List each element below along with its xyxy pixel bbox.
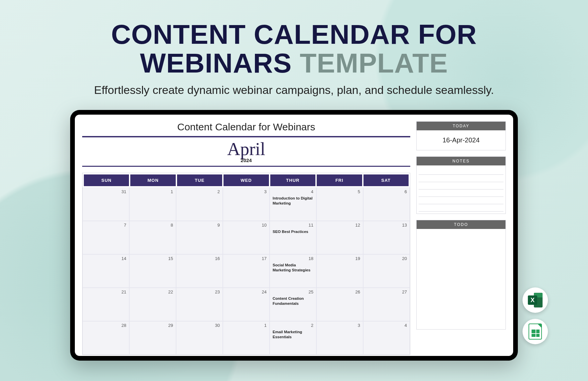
calendar-cell[interactable]: 1 (129, 187, 176, 221)
cell-number: 2 (217, 189, 220, 194)
note-line (419, 197, 503, 204)
cell-number: 30 (215, 323, 220, 328)
cell-number: 16 (215, 256, 220, 261)
divider (82, 136, 410, 137)
calendar-cell[interactable]: 2 (176, 187, 223, 221)
day-header: TUE (177, 174, 222, 186)
notes-body[interactable] (417, 165, 505, 214)
calendar-cell[interactable]: 3 (316, 321, 363, 355)
cell-number: 4 (405, 323, 407, 328)
cell-number: 8 (171, 223, 173, 228)
calendar-cell[interactable]: 26 (316, 288, 363, 321)
calendar-cell[interactable]: 9 (176, 221, 223, 254)
calendar-main: Content Calendar for Webinars April 2024… (82, 121, 410, 349)
day-header: SAT (363, 174, 409, 186)
cell-number: 27 (402, 289, 407, 294)
calendar-cell[interactable]: 11SEO Best Practices (270, 221, 316, 254)
cell-number: 1 (171, 189, 173, 194)
calendar-cell[interactable]: 1 (223, 321, 270, 355)
calendar-cell[interactable]: 16 (176, 254, 223, 288)
cell-number: 21 (122, 289, 126, 294)
subtitle: Effortlessly create dynamic webinar camp… (94, 84, 494, 97)
calendar-year: 2024 (82, 157, 410, 163)
cell-event: SEO Best Practices (273, 229, 313, 234)
calendar-cell[interactable]: 19 (316, 254, 363, 288)
calendar-cell[interactable]: 27 (363, 288, 410, 321)
side-column: TODAY 16-Apr-2024 NOTES TODO (416, 121, 506, 349)
cell-number: 26 (355, 289, 360, 294)
calendar-cell[interactable]: 31 (83, 187, 129, 221)
todo-label: TODO (417, 220, 505, 229)
excel-badge[interactable]: X (523, 287, 548, 313)
cell-number: 17 (262, 256, 267, 261)
calendar-cell[interactable]: 8 (129, 221, 176, 254)
day-header: THUR (270, 174, 315, 186)
calendar-title: Content Calendar for Webinars (82, 121, 410, 133)
today-value: 16-Apr-2024 (417, 130, 505, 150)
note-line (419, 204, 503, 212)
headline-line1: CONTENT CALENDAR FOR (111, 19, 477, 49)
calendar-cell[interactable]: 2Email Marketing Essentials (270, 321, 316, 355)
calendar-weeks: 311234Introduction to Digital Marketing5… (83, 187, 410, 355)
todo-body[interactable] (417, 229, 505, 329)
cell-number: 15 (168, 256, 173, 261)
day-header: FRI (317, 174, 362, 186)
calendar-cell[interactable]: 17 (223, 254, 270, 288)
cell-number: 23 (215, 289, 220, 294)
calendar-week: 2122232425Content Creation Fundamentals2… (83, 288, 410, 321)
cell-number: 4 (311, 189, 313, 194)
calendar-cell[interactable]: 14 (83, 254, 129, 288)
cell-number: 1 (264, 323, 267, 328)
cell-number: 19 (355, 256, 360, 261)
calendar-cell[interactable]: 25Content Creation Fundamentals (270, 288, 316, 321)
calendar-cell[interactable]: 13 (363, 221, 410, 254)
google-sheets-badge[interactable] (523, 319, 548, 344)
calendar-cell[interactable]: 6 (363, 187, 410, 221)
cell-number: 13 (402, 223, 407, 228)
calendar-cell[interactable]: 23 (176, 288, 223, 321)
cell-event: Introduction to Digital Marketing (273, 196, 313, 206)
calendar-cell[interactable]: 21 (83, 288, 129, 321)
calendar-week: 28293012Email Marketing Essentials34 (83, 321, 410, 355)
calendar-month: April (82, 140, 410, 158)
cell-number: 24 (262, 289, 267, 294)
calendar-week: 1415161718Social Media Marketing Strateg… (83, 254, 410, 288)
calendar-cell[interactable]: 4 (363, 321, 410, 355)
notes-panel: NOTES (416, 156, 506, 214)
calendar-cell[interactable]: 29 (129, 321, 176, 355)
cell-event: Content Creation Fundamentals (273, 296, 313, 306)
calendar-cell[interactable]: 15 (129, 254, 176, 288)
cell-number: 10 (262, 223, 267, 228)
calendar-cell[interactable]: 10 (223, 221, 270, 254)
calendar-cell[interactable]: 18Social Media Marketing Strategies (270, 254, 316, 288)
day-header: WED (224, 174, 269, 186)
notes-label: NOTES (417, 157, 505, 165)
calendar-cell[interactable]: 12 (316, 221, 363, 254)
cell-number: 25 (309, 289, 313, 294)
calendar-cell[interactable]: 20 (363, 254, 410, 288)
cell-number: 22 (168, 289, 173, 294)
cell-event: Email Marketing Essentials (273, 330, 313, 339)
calendar-cell[interactable]: 22 (129, 288, 176, 321)
divider (82, 166, 410, 167)
page-headline: CONTENT CALENDAR FOR WEBINARS TEMPLATE (111, 20, 477, 78)
note-line (419, 182, 503, 189)
calendar-cell[interactable]: 30 (176, 321, 223, 355)
cell-number: 7 (124, 223, 126, 228)
tablet-screen: Content Calendar for Webinars April 2024… (75, 115, 513, 356)
calendar-cell[interactable]: 28 (83, 321, 129, 355)
calendar-cell[interactable]: 7 (83, 221, 129, 254)
cell-number: 11 (309, 223, 313, 228)
headline-line2a: WEBINARS (140, 48, 292, 78)
cell-event: Social Media Marketing Strategies (273, 263, 313, 272)
calendar-week: 7891011SEO Best Practices1213 (83, 221, 410, 254)
calendar-cell[interactable]: 5 (316, 187, 363, 221)
cell-number: 2 (311, 323, 313, 328)
cell-number: 12 (355, 223, 360, 228)
calendar-cell[interactable]: 24 (223, 288, 270, 321)
calendar-cell[interactable]: 3 (223, 187, 270, 221)
cell-number: 18 (309, 256, 313, 261)
cell-number: 31 (122, 189, 126, 194)
calendar-grid: SUN MON TUE WED THUR FRI SAT 311234Intro… (82, 173, 410, 355)
calendar-cell[interactable]: 4Introduction to Digital Marketing (270, 187, 316, 221)
